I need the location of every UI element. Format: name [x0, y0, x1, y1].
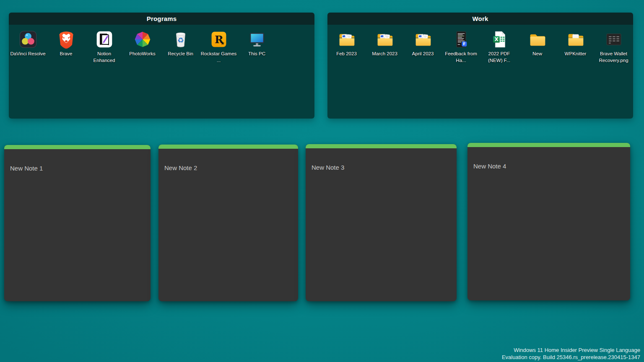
- icon-label: This PC: [248, 51, 265, 57]
- icon-label: April 2023: [412, 51, 434, 57]
- folder-icon: [528, 30, 547, 49]
- desktop-icon-feb-2023[interactable]: Feb 2023: [327, 30, 366, 57]
- fence-work-header[interactable]: Work: [327, 13, 633, 25]
- excel-file-icon: [490, 30, 509, 49]
- desktop-icon-april-2023[interactable]: April 2023: [404, 30, 442, 57]
- brave-icon: [57, 30, 75, 49]
- icon-label: Notion Enhanced: [86, 51, 122, 64]
- desktop-icon-davinci-resolve[interactable]: DaVinci Resolve: [9, 30, 47, 57]
- sticky-note-accent-bar: [467, 143, 630, 147]
- icon-label: Rockstar Games ...: [201, 51, 237, 64]
- fence-programs-header[interactable]: Programs: [9, 13, 314, 25]
- desktop-icon-this-pc[interactable]: This PC: [238, 30, 276, 57]
- sticky-note-2[interactable]: New Note 2: [158, 145, 298, 301]
- icon-label: PhotoWorks: [129, 51, 155, 57]
- sticky-note-accent-bar: [158, 145, 298, 149]
- desktop: Programs DaVinci Resolve Brave Notion En…: [0, 0, 644, 362]
- dark-document-icon: [452, 30, 470, 49]
- desktop-icon-notion-enhanced[interactable]: Notion Enhanced: [85, 30, 123, 64]
- icon-label: Feb 2023: [336, 51, 357, 57]
- folder-with-documents-icon: [376, 30, 394, 49]
- fence-work: Work Feb 2023 March 2023 April 2023 Feed…: [327, 13, 633, 119]
- desktop-icon-new-folder[interactable]: New: [518, 30, 556, 57]
- folder-with-paper-icon: [566, 30, 585, 49]
- davinci-resolve-icon: [19, 30, 37, 49]
- icon-label: Brave Wallet Recovery.png: [596, 51, 632, 64]
- sticky-note-accent-bar: [4, 145, 151, 149]
- icon-label: Brave: [60, 51, 72, 57]
- desktop-icon-photoworks[interactable]: PhotoWorks: [123, 30, 161, 57]
- sticky-note-accent-bar: [306, 144, 457, 148]
- fence-work-body: Feb 2023 March 2023 April 2023 Feedback …: [327, 25, 633, 119]
- fence-programs-body: DaVinci Resolve Brave Notion Enhanced Ph…: [9, 25, 314, 119]
- folder-with-documents-icon: [414, 30, 432, 49]
- icon-label: 2022 PDF (NEW) F...: [481, 51, 517, 64]
- rockstar-games-icon: [210, 30, 228, 49]
- icon-label: March 2023: [372, 51, 397, 57]
- watermark-line-2: Evaluation copy. Build 25346.rs_prerelea…: [502, 354, 640, 361]
- sticky-note-1[interactable]: New Note 1: [4, 145, 151, 301]
- icon-label: Recycle Bin: [168, 51, 193, 57]
- desktop-icon-wpknitter[interactable]: WPKnitter: [556, 30, 595, 57]
- photoworks-icon: [133, 30, 152, 49]
- watermark-line-1: Windows 11 Home Insider Preview Single L…: [502, 347, 640, 354]
- sticky-note-title: New Note 1: [10, 165, 151, 172]
- sticky-note-title: New Note 3: [312, 164, 457, 171]
- desktop-icon-brave-wallet-recovery[interactable]: Brave Wallet Recovery.png: [595, 30, 633, 64]
- windows-evaluation-watermark: Windows 11 Home Insider Preview Single L…: [502, 347, 640, 361]
- icon-label: Feedback from Ha...: [443, 51, 479, 64]
- sticky-note-title: New Note 4: [473, 163, 630, 170]
- recycle-bin-icon: [171, 30, 190, 49]
- sticky-note-4[interactable]: New Note 4: [467, 143, 630, 300]
- desktop-icon-recycle-bin[interactable]: Recycle Bin: [161, 30, 200, 57]
- desktop-icon-march-2023[interactable]: March 2023: [366, 30, 404, 57]
- desktop-icon-feedback-from-ha[interactable]: Feedback from Ha...: [442, 30, 480, 64]
- fence-work-title: Work: [472, 15, 488, 22]
- icon-label: New: [532, 51, 542, 57]
- desktop-icon-2022-pdf-new[interactable]: 2022 PDF (NEW) F...: [480, 30, 518, 64]
- image-thumbnail-icon: [605, 30, 623, 49]
- folder-with-documents-icon: [338, 30, 356, 49]
- fence-programs: Programs DaVinci Resolve Brave Notion En…: [9, 13, 314, 119]
- sticky-note-title: New Note 2: [164, 164, 298, 171]
- desktop-icon-rockstar-games[interactable]: Rockstar Games ...: [200, 30, 238, 64]
- icon-label: DaVinci Resolve: [10, 51, 45, 57]
- this-pc-icon: [248, 30, 266, 49]
- notion-enhanced-icon: [95, 30, 114, 49]
- desktop-icon-brave[interactable]: Brave: [47, 30, 85, 57]
- sticky-note-3[interactable]: New Note 3: [306, 144, 457, 301]
- fence-programs-title: Programs: [147, 15, 177, 22]
- icon-label: WPKnitter: [565, 51, 587, 57]
